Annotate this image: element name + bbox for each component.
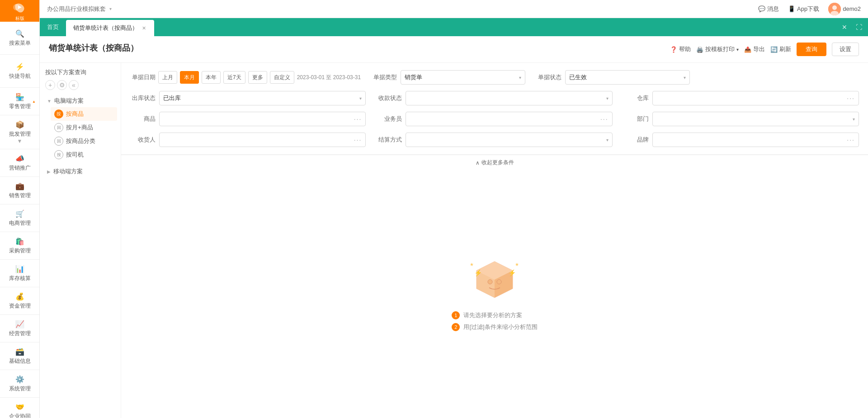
- product-item: 商品 ···: [130, 112, 366, 126]
- sidebar-item-enterprise[interactable]: 🤝 企业协同: [0, 398, 39, 418]
- quick-icon: ⚡: [15, 62, 24, 71]
- sidebar-item-system[interactable]: ⚙️ 系统管理: [0, 370, 39, 398]
- step2-num: 2: [452, 323, 460, 331]
- sidebar-item-sales[interactable]: 💼 销售管理: [0, 177, 39, 204]
- user-name: demo2: [843, 5, 861, 12]
- svg-text:★: ★: [470, 262, 474, 267]
- collapse-filters-btn[interactable]: ∧ 收起更多条件: [121, 155, 868, 170]
- app-download-label: App下载: [797, 5, 819, 13]
- scheme-settings-btn[interactable]: ⚙: [57, 80, 67, 90]
- tree-by-category[interactable]: 回 按商品分类: [51, 134, 117, 148]
- status-filter-item: 单据状态 已生效 ▾: [536, 70, 690, 85]
- by-category-label: 按商品分类: [66, 137, 95, 145]
- tab-close-btn[interactable]: ✕: [141, 25, 147, 31]
- print-btn[interactable]: 🖨️ 按模板打印 ▾: [696, 45, 739, 53]
- top-header: 办公用品行业模拟账套 ▾ 💬 消息 📱 App下载 de: [40, 0, 868, 18]
- sidebar-search[interactable]: 🔍 搜索菜单: [0, 25, 39, 51]
- quick-nav-item[interactable]: ⚡ 快捷导航: [0, 58, 39, 84]
- sidebar-item-inventory[interactable]: 📊 库存核算: [0, 260, 39, 287]
- refresh-btn[interactable]: 🔄 刷新: [770, 45, 791, 53]
- staff-dots: ···: [600, 115, 609, 123]
- status-control: 已生效 ▾: [565, 70, 690, 85]
- tab-close-all-btn[interactable]: ✕: [839, 22, 850, 33]
- left-panel-header: 按以下方案查询: [43, 68, 117, 76]
- sidebar-item-ops[interactable]: 📈 经营管理: [0, 315, 39, 342]
- app-download-btn[interactable]: 📱 App下载: [788, 5, 819, 13]
- user-info[interactable]: demo2: [828, 3, 861, 15]
- svg-text:⚡: ⚡: [474, 269, 482, 277]
- sidebar-logo[interactable]: 标版: [0, 0, 40, 22]
- step1-num: 1: [452, 311, 460, 319]
- filter-row-4: 收货人 ··· 结算方式: [130, 133, 859, 147]
- date-last-month-btn[interactable]: 上月: [158, 71, 177, 84]
- industry-dropdown[interactable]: ▾: [109, 6, 112, 11]
- date-7days-btn[interactable]: 近7天: [223, 71, 245, 84]
- sidebar-item-marketing[interactable]: 📣 营销推广: [0, 149, 39, 177]
- date-this-month-btn[interactable]: 本月: [180, 71, 199, 84]
- tab-home[interactable]: 首页: [40, 18, 66, 36]
- brand-input[interactable]: ···: [652, 133, 859, 147]
- type-input[interactable]: 销货单 ▾: [401, 70, 525, 85]
- receiver-input[interactable]: ···: [159, 133, 366, 147]
- message-btn[interactable]: 💬 消息: [758, 5, 779, 13]
- tree-expand-icon: ▼: [47, 99, 52, 104]
- export-btn[interactable]: 📤 导出: [744, 45, 765, 53]
- settlement-item: 结算方式 ▾: [377, 133, 612, 147]
- add-scheme-btn[interactable]: +: [45, 80, 55, 90]
- dept-control: ▾: [652, 112, 859, 126]
- step1-text: 请先选择要分析的方案: [463, 311, 522, 319]
- settlement-input[interactable]: ▾: [406, 133, 612, 147]
- empty-state: ⚡ ⚡ ★ ★ 1 请先选择要分析的方案 2: [121, 170, 868, 418]
- sidebar-item-ecommerce[interactable]: 🛒 电商管理: [0, 204, 39, 232]
- sidebar-item-basic[interactable]: 🗃️ 基础信息: [0, 342, 39, 370]
- sidebar-quick-nav[interactable]: ⚡ 快捷导航: [0, 55, 39, 88]
- help-btn[interactable]: ❓ 帮助: [670, 45, 691, 53]
- store-dots: ···: [847, 95, 855, 102]
- industry-label: 办公用品行业模拟账套: [47, 5, 106, 13]
- sidebar-item-retail[interactable]: 🏪 零售管理: [0, 88, 39, 115]
- product-control: ···: [159, 112, 366, 126]
- status-input[interactable]: 已生效 ▾: [565, 70, 690, 85]
- sidebar-item-purchase[interactable]: 🛍️ 采购管理: [0, 232, 39, 260]
- store-input[interactable]: ···: [652, 91, 859, 105]
- tree-desktop[interactable]: ▼ 电脑端方案: [43, 95, 117, 107]
- payment-status-input[interactable]: ▾: [406, 91, 612, 105]
- sidebar-search-item[interactable]: 🔍 搜索菜单: [0, 22, 39, 55]
- payment-status-control: ▾: [406, 91, 612, 105]
- tab-sales-stats[interactable]: 销货单统计表（按商品） ✕: [66, 20, 154, 36]
- by-month-label: 按月+商品: [66, 124, 93, 132]
- page-header-actions: ❓ 帮助 🖨️ 按模板打印 ▾ 📤 导出 🔄 刷新 查询 设置: [670, 43, 859, 62]
- receiver-dots: ···: [354, 136, 362, 143]
- basic-icon: 🗃️: [15, 347, 24, 356]
- warehouse-status-input[interactable]: 已出库 ▾: [159, 91, 366, 105]
- sidebar-item-wholesale[interactable]: 📦 批发管理: [0, 115, 39, 149]
- dept-input[interactable]: ▾: [652, 112, 859, 126]
- header-left: 办公用品行业模拟账套 ▾: [47, 5, 112, 13]
- tab-expand-btn[interactable]: ⛶: [854, 22, 864, 33]
- filter-area: 单据日期 上月 本月 本年 近7天 更多 自定义 2023-03-01 至 20…: [121, 63, 868, 155]
- tree-mobile[interactable]: ▶ 移动端方案: [43, 165, 117, 178]
- empty-step-1: 1 请先选择要分析的方案: [452, 311, 522, 319]
- date-this-year-btn[interactable]: 本年: [202, 71, 221, 84]
- tree-by-machine[interactable]: 按 按司机: [51, 148, 117, 162]
- tree-by-product[interactable]: 按 按商品: [51, 107, 117, 121]
- by-machine-label: 按司机: [66, 151, 84, 159]
- date-more-btn[interactable]: 更多: [248, 71, 267, 84]
- dept-label: 部门: [623, 115, 649, 123]
- settings-btn[interactable]: 设置: [832, 43, 859, 56]
- staff-input[interactable]: ···: [406, 112, 612, 126]
- collapse-panel-btn[interactable]: «: [69, 80, 79, 90]
- sidebar-ops-label: 经营管理: [9, 330, 31, 337]
- finance-icon: 💰: [15, 292, 24, 301]
- product-input[interactable]: ···: [159, 112, 366, 126]
- left-panel-title: 按以下方案查询: [45, 68, 86, 76]
- status-value: 已生效: [569, 73, 587, 81]
- query-btn[interactable]: 查询: [797, 43, 826, 56]
- svg-point-2: [832, 5, 837, 10]
- sidebar-wholesale-label: 批发管理: [9, 130, 31, 138]
- sidebar-item-finance[interactable]: 💰 资金管理: [0, 287, 39, 315]
- tree-by-month-product[interactable]: 回 按月+商品: [51, 121, 117, 134]
- date-custom-btn[interactable]: 自定义: [270, 71, 294, 84]
- header-right: 💬 消息 📱 App下载 demo2: [758, 3, 861, 15]
- date-filter-item: 单据日期 上月 本月 本年 近7天 更多 自定义 2023-03-01 至 20…: [130, 71, 361, 84]
